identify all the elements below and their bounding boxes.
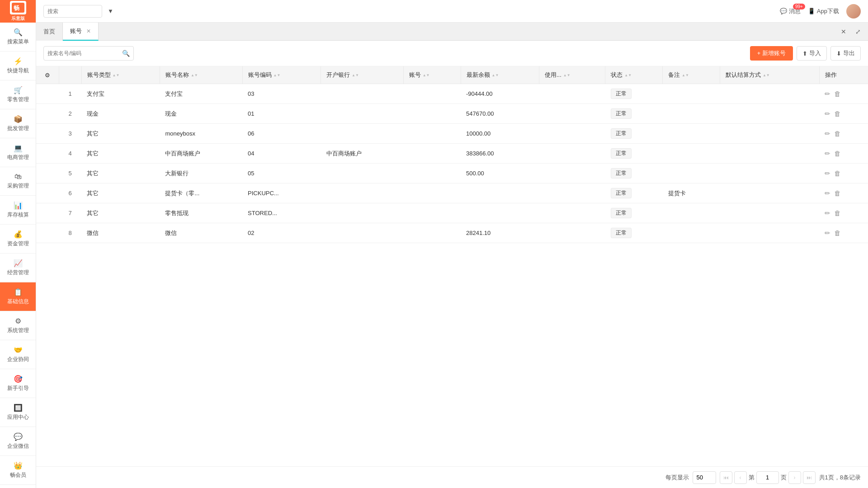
row-actions: ✏ 🗑	[819, 183, 868, 203]
tabbar: 首页 账号 ✕ ✕ ⤢	[36, 23, 868, 41]
row-status: 正常	[605, 144, 663, 164]
sidebar-item-purchase[interactable]: 🛍 采购管理	[0, 167, 36, 196]
col-bank[interactable]: 开户银行 ▲▼	[321, 66, 404, 84]
tab-account[interactable]: 账号 ✕	[63, 23, 99, 41]
row-actions: ✏ 🗑	[819, 104, 868, 124]
last-page-button[interactable]: ⏭	[803, 471, 816, 484]
next-page-button[interactable]: ›	[788, 471, 801, 484]
col-remark[interactable]: 备注 ▲▼	[663, 66, 720, 84]
row-account	[403, 84, 461, 104]
delete-button[interactable]: 🗑	[834, 209, 841, 217]
row-actions: ✏ 🗑	[819, 144, 868, 164]
first-page-button[interactable]: ⏮	[720, 471, 732, 484]
edit-button[interactable]: ✏	[825, 189, 830, 197]
tab-close-all-button[interactable]: ✕	[837, 25, 850, 38]
col-gear[interactable]: ⚙	[36, 66, 59, 84]
edit-button[interactable]: ✏	[825, 90, 830, 98]
edit-button[interactable]: ✏	[825, 150, 830, 158]
sidebar-item-quicknav[interactable]: ⚡ 快捷导航	[0, 52, 36, 80]
message-button[interactable]: 💬 消息 99+	[780, 7, 801, 15]
row-code: 05	[242, 164, 321, 183]
remark-sort-icon: ▲▼	[682, 73, 689, 77]
sidebar-item-operations[interactable]: 📈 经营管理	[0, 253, 36, 282]
edit-button[interactable]: ✏	[825, 229, 830, 237]
col-code[interactable]: 账号编码 ▲▼	[242, 66, 321, 84]
col-usage[interactable]: 使用... ▲▼	[539, 66, 605, 84]
col-settlement-label: 默认结算方式	[726, 71, 761, 79]
edit-button[interactable]: ✏	[825, 130, 830, 138]
sidebar-label-bizwechat: 企业微信	[7, 442, 29, 450]
sidebar-item-wholesale[interactable]: 📦 批发管理	[0, 109, 36, 138]
delete-button[interactable]: 🗑	[834, 110, 841, 117]
sidebar-item-collab[interactable]: 🤝 企业协同	[0, 340, 36, 369]
table-row: 8 微信 微信 02 28241.10 正常 ✏ 🗑	[36, 223, 868, 243]
collab-icon: 🤝	[14, 346, 23, 354]
col-name[interactable]: 账号名称 ▲▼	[160, 66, 242, 84]
col-status[interactable]: 状态 ▲▼	[605, 66, 663, 84]
account-table-wrap: ⚙ 账号类型 ▲▼ 账号名称 ▲▼	[36, 66, 868, 466]
svg-text:畅: 畅	[14, 5, 19, 11]
status-badge: 正常	[611, 208, 632, 218]
per-page-select[interactable]: 50 100 200	[693, 471, 716, 484]
col-settlement[interactable]: 默认结算方式 ▲▼	[720, 66, 819, 84]
finance-icon: 💰	[14, 230, 23, 239]
row-settlement	[720, 164, 819, 183]
col-type[interactable]: 账号类型 ▲▼	[81, 66, 160, 84]
row-status: 正常	[605, 203, 663, 223]
account-tab-close[interactable]: ✕	[86, 28, 91, 34]
sidebar-item-member[interactable]: 👑 畅会员	[0, 456, 36, 485]
edit-button[interactable]: ✏	[825, 110, 830, 118]
sidebar-item-search[interactable]: 🔍 搜索菜单	[0, 23, 36, 52]
account-search-input[interactable]	[47, 50, 122, 56]
delete-button[interactable]: 🗑	[834, 229, 841, 237]
delete-button[interactable]: 🗑	[834, 150, 841, 157]
row-name: 中百商场账户	[160, 144, 242, 164]
topbar-left: ▼	[43, 5, 113, 18]
sidebar-item-retail[interactable]: 🛒 零售管理	[0, 80, 36, 109]
sidebar-item-inventory[interactable]: 📊 库存核算	[0, 196, 36, 225]
sidebar-item-system[interactable]: ⚙ 系统管理	[0, 311, 36, 340]
delete-button[interactable]: 🗑	[834, 189, 841, 197]
row-usage	[539, 183, 605, 203]
delete-button[interactable]: 🗑	[834, 130, 841, 137]
row-name: 支付宝	[160, 84, 242, 104]
sidebar-item-bizwechat[interactable]: 💬 企业微信	[0, 427, 36, 456]
row-remark	[663, 203, 720, 223]
col-balance-label: 最新余额	[467, 71, 490, 79]
status-badge: 正常	[611, 128, 632, 139]
tab-home[interactable]: 首页	[36, 23, 63, 41]
row-gear	[36, 223, 59, 243]
row-bank	[321, 203, 404, 223]
col-account[interactable]: 账号 ▲▼	[403, 66, 461, 84]
row-balance: 383866.00	[461, 144, 539, 164]
export-label: 导出	[843, 49, 855, 57]
import-button[interactable]: ⬆ 导入	[797, 46, 827, 61]
col-balance[interactable]: 最新余额 ▲▼	[461, 66, 539, 84]
app-download-button[interactable]: 📱 App下载	[808, 7, 839, 15]
row-gear	[36, 203, 59, 223]
account-search-icon: 🔍	[122, 50, 130, 57]
sidebar-item-guide[interactable]: 🎯 新手引导	[0, 369, 36, 398]
row-type: 其它	[81, 144, 160, 164]
edit-button[interactable]: ✏	[825, 169, 830, 178]
sidebar-label-basicinfo: 基础信息	[7, 298, 29, 305]
topbar-dropdown[interactable]: ▼	[108, 8, 113, 14]
sidebar-item-basicinfo[interactable]: 📋 基础信息	[0, 282, 36, 311]
delete-button[interactable]: 🗑	[834, 169, 841, 177]
edit-button[interactable]: ✏	[825, 209, 830, 217]
sidebar-item-ecommerce[interactable]: 💻 电商管理	[0, 138, 36, 167]
delete-button[interactable]: 🗑	[834, 90, 841, 98]
page-number-input[interactable]	[756, 471, 779, 484]
tab-restore-button[interactable]: ⤢	[852, 25, 864, 38]
add-account-button[interactable]: + 新增账号	[750, 46, 793, 61]
prev-page-button[interactable]: ‹	[734, 471, 747, 484]
topbar-search-input[interactable]	[43, 5, 102, 18]
row-usage	[539, 124, 605, 144]
row-settlement	[720, 183, 819, 203]
sidebar-item-finance[interactable]: 💰 资金管理	[0, 225, 36, 253]
export-button[interactable]: ⬇ 导出	[830, 46, 861, 61]
type-sort-icon: ▲▼	[113, 73, 120, 77]
user-avatar[interactable]	[846, 4, 861, 19]
row-remark: 提货卡	[663, 183, 720, 203]
sidebar-item-appcenter[interactable]: 🔲 应用中心	[0, 398, 36, 427]
